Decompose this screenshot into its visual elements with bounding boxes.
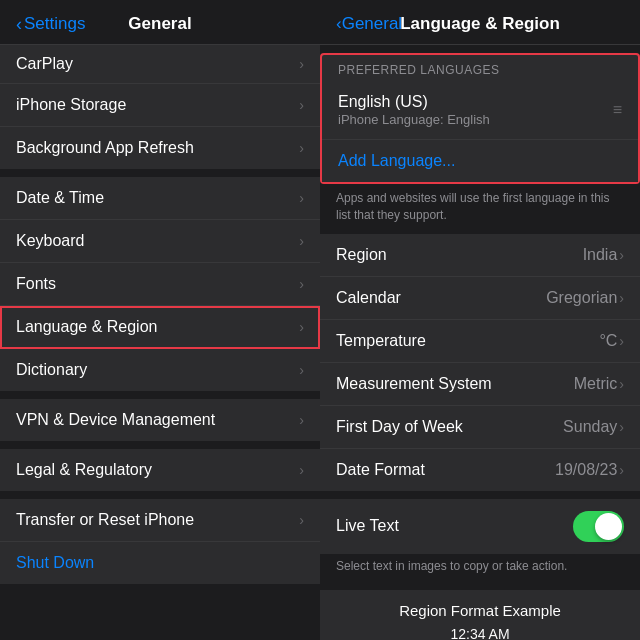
- keyboard-chevron-icon: ›: [299, 233, 304, 249]
- calendar-chevron-icon: ›: [619, 290, 624, 306]
- preferred-languages-info: Apps and websites will use the first lan…: [320, 184, 640, 234]
- english-us-item[interactable]: English (US) iPhone Language: English ≡: [322, 81, 638, 140]
- fonts-chevron-icon: ›: [299, 276, 304, 292]
- measurement-chevron-icon: ›: [619, 376, 624, 392]
- region-format-section: Region Format Example 12:34 AM Saturday,…: [320, 590, 640, 640]
- right-content: Preferred Languages English (US) iPhone …: [320, 45, 640, 640]
- dictionary-label: Dictionary: [16, 361, 87, 379]
- date-format-value-text: 19/08/23: [555, 461, 617, 479]
- temperature-label: Temperature: [336, 332, 426, 350]
- right-nav-header: ‹ General Language & Region: [320, 0, 640, 45]
- settings-item-keyboard[interactable]: Keyboard ›: [0, 220, 320, 263]
- separator-4: [0, 491, 320, 499]
- settings-item-legal[interactable]: Legal & Regulatory ›: [0, 449, 320, 491]
- region-label: Region: [336, 246, 387, 264]
- background-app-refresh-label: Background App Refresh: [16, 139, 194, 157]
- region-chevron-icon: ›: [619, 247, 624, 263]
- region-section: Region India › Calendar Gregorian › Temp…: [320, 234, 640, 491]
- lang-name: English (US): [338, 93, 490, 111]
- settings-item-vpn[interactable]: VPN & Device Management ›: [0, 399, 320, 441]
- shutdown-label: Shut Down: [16, 554, 94, 572]
- first-day-value: Sunday ›: [563, 418, 624, 436]
- measurement-label: Measurement System: [336, 375, 492, 393]
- first-day-label: First Day of Week: [336, 418, 463, 436]
- region-format-title: Region Format Example: [336, 602, 624, 619]
- date-time-chevron-icon: ›: [299, 190, 304, 206]
- settings-item-dictionary[interactable]: Dictionary ›: [0, 349, 320, 391]
- dictionary-chevron-icon: ›: [299, 362, 304, 378]
- first-day-value-text: Sunday: [563, 418, 617, 436]
- right-panel: ‹ General Language & Region Preferred La…: [320, 0, 640, 640]
- iphone-storage-label: iPhone Storage: [16, 96, 126, 114]
- settings-group-5: Transfer or Reset iPhone › Shut Down: [0, 499, 320, 584]
- lang-item-info: English (US) iPhone Language: English: [338, 93, 490, 127]
- legal-label: Legal & Regulatory: [16, 461, 152, 479]
- preferred-languages-section: Preferred Languages English (US) iPhone …: [320, 53, 640, 184]
- settings-item-fonts[interactable]: Fonts ›: [0, 263, 320, 306]
- reorder-icon: ≡: [613, 101, 622, 119]
- preferred-languages-header: Preferred Languages: [322, 55, 638, 81]
- live-text-item: Live Text: [320, 499, 640, 554]
- region-item-calendar[interactable]: Calendar Gregorian ›: [320, 277, 640, 320]
- language-region-chevron-icon: ›: [299, 319, 304, 335]
- settings-item-date-time[interactable]: Date & Time ›: [0, 177, 320, 220]
- separator-1: [0, 169, 320, 177]
- carplay-label: CarPlay: [16, 55, 73, 73]
- transfer-chevron-icon: ›: [299, 512, 304, 528]
- lang-sub: iPhone Language: English: [338, 112, 490, 127]
- temperature-value-text: °C: [599, 332, 617, 350]
- date-format-value: 19/08/23 ›: [555, 461, 624, 479]
- settings-group-2: Date & Time › Keyboard › Fonts › Languag…: [0, 177, 320, 391]
- live-text-section: Live Text: [320, 499, 640, 554]
- settings-item-shutdown[interactable]: Shut Down: [0, 542, 320, 584]
- region-item-region[interactable]: Region India ›: [320, 234, 640, 277]
- add-language-item[interactable]: Add Language...: [322, 140, 638, 182]
- iphone-storage-chevron-icon: ›: [299, 97, 304, 113]
- settings-item-transfer[interactable]: Transfer or Reset iPhone ›: [0, 499, 320, 542]
- settings-item-carplay[interactable]: CarPlay ›: [0, 45, 320, 84]
- region-format-details: 12:34 AM Saturday, 19 August 2023 ₹ 1,23…: [336, 623, 624, 640]
- measurement-value-text: Metric: [574, 375, 618, 393]
- left-nav-header: ‹ Settings General: [0, 0, 320, 45]
- date-format-label: Date Format: [336, 461, 425, 479]
- temperature-value: °C ›: [599, 332, 624, 350]
- left-nav-back[interactable]: ‹ Settings: [16, 14, 85, 35]
- date-time-label: Date & Time: [16, 189, 104, 207]
- right-nav-title: Language & Region: [400, 14, 560, 34]
- live-text-label: Live Text: [336, 517, 399, 535]
- region-value: India ›: [583, 246, 624, 264]
- region-item-temperature[interactable]: Temperature °C ›: [320, 320, 640, 363]
- settings-group-4: Legal & Regulatory ›: [0, 449, 320, 491]
- settings-item-language-region[interactable]: Language & Region ›: [0, 306, 320, 349]
- live-text-toggle[interactable]: [573, 511, 624, 542]
- toggle-knob: [595, 513, 622, 540]
- transfer-label: Transfer or Reset iPhone: [16, 511, 194, 529]
- add-language-label: Add Language...: [338, 152, 455, 169]
- left-back-chevron-icon: ‹: [16, 14, 22, 35]
- measurement-value: Metric ›: [574, 375, 624, 393]
- settings-group-1: CarPlay › iPhone Storage › Background Ap…: [0, 45, 320, 169]
- live-text-info: Select text in images to copy or take ac…: [320, 554, 640, 583]
- region-item-date-format[interactable]: Date Format 19/08/23 ›: [320, 449, 640, 491]
- legal-chevron-icon: ›: [299, 462, 304, 478]
- right-back-label: General: [342, 14, 402, 34]
- left-settings-list: CarPlay › iPhone Storage › Background Ap…: [0, 45, 320, 640]
- left-nav-title: General: [128, 14, 191, 34]
- carplay-chevron-icon: ›: [299, 56, 304, 72]
- left-panel: ‹ Settings General CarPlay › iPhone Stor…: [0, 0, 320, 640]
- first-day-chevron-icon: ›: [619, 419, 624, 435]
- left-back-label: Settings: [24, 14, 85, 34]
- fonts-label: Fonts: [16, 275, 56, 293]
- calendar-label: Calendar: [336, 289, 401, 307]
- temperature-chevron-icon: ›: [619, 333, 624, 349]
- settings-item-iphone-storage[interactable]: iPhone Storage ›: [0, 84, 320, 127]
- settings-item-background-app-refresh[interactable]: Background App Refresh ›: [0, 127, 320, 169]
- settings-group-3: VPN & Device Management ›: [0, 399, 320, 441]
- right-nav-back[interactable]: ‹ General: [336, 14, 402, 34]
- separator-3: [0, 441, 320, 449]
- calendar-value: Gregorian ›: [546, 289, 624, 307]
- region-item-measurement[interactable]: Measurement System Metric ›: [320, 363, 640, 406]
- region-item-first-day[interactable]: First Day of Week Sunday ›: [320, 406, 640, 449]
- separator-2: [0, 391, 320, 399]
- language-region-label: Language & Region: [16, 318, 157, 336]
